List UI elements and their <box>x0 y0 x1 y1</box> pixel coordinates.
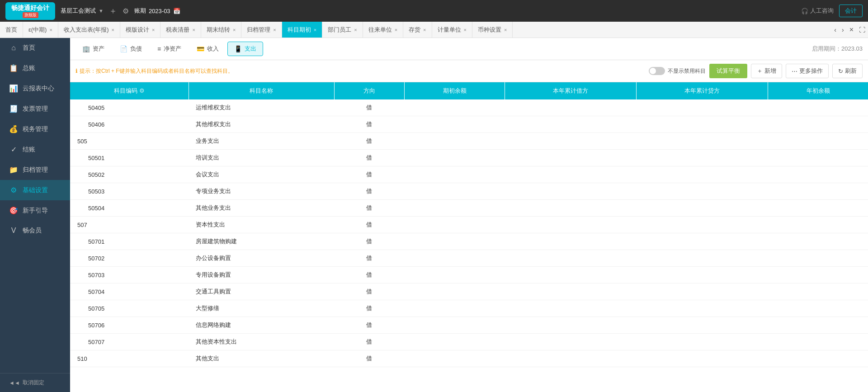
sidebar-item-basic[interactable]: ⚙ 基础设置 <box>0 180 70 200</box>
tab-mid-close[interactable]: × <box>49 27 52 33</box>
table-row[interactable]: 50405 运维维权支出 借 <box>70 99 868 116</box>
tab-archive[interactable]: 归档管理 × <box>241 22 282 38</box>
table-row[interactable]: 50705 大型修缮 借 <box>70 300 868 317</box>
tab-dept-staff[interactable]: 部门员工 × <box>322 22 363 38</box>
column-settings-icon[interactable]: ⚙ <box>139 87 145 94</box>
tab-period-end[interactable]: 期末结转 × <box>201 22 241 38</box>
sidebar-item-archive[interactable]: 📁 归档管理 <box>0 160 70 180</box>
sidebar-item-guide[interactable]: 🎯 新手引导 <box>0 200 70 221</box>
tab-close-all-button[interactable]: × <box>847 22 856 38</box>
tab-unit[interactable]: 计量单位 × <box>432 22 472 38</box>
table-row[interactable]: 50504 其他业务支出 借 <box>70 200 868 217</box>
table-row[interactable]: 50704 交通工具购置 借 <box>70 283 868 300</box>
sidebar-item-ledger[interactable]: 📋 总账 <box>0 58 70 78</box>
table-row[interactable]: 50706 信息网络购建 借 <box>70 317 868 334</box>
table-row[interactable]: 50503 专项业务支出 借 <box>70 183 868 200</box>
tab-mid[interactable]: ε(中期) × <box>23 22 58 38</box>
disable-toggle[interactable] <box>649 67 665 75</box>
sidebar-archive-label: 归档管理 <box>23 166 48 174</box>
tab-expand-button[interactable]: ⛶ <box>856 22 868 38</box>
sidebar-item-member[interactable]: V 畅会员 <box>0 221 70 241</box>
tab-tax[interactable]: 税表清册 × <box>160 22 201 38</box>
cell-opening-balance <box>404 317 505 334</box>
tab-period-end-label: 期末结转 <box>207 26 230 34</box>
add-company-button[interactable]: ＋ <box>109 5 117 16</box>
tab-next-button[interactable]: › <box>839 22 847 38</box>
equity-icon: ≡ <box>157 45 161 52</box>
cell-ytd-debit <box>505 166 637 183</box>
table-row[interactable]: 505 业务支出 借 <box>70 133 868 150</box>
calendar-icon[interactable]: 📅 <box>173 8 180 14</box>
sub-tab-equity[interactable]: ≡ 净资产 <box>151 42 188 56</box>
support-button[interactable]: 🎧 人工咨询 <box>801 7 834 15</box>
tab-period-end-close[interactable]: × <box>233 27 236 33</box>
tab-subject-init[interactable]: 科目期初 × <box>282 22 322 38</box>
cell-code: 50701 <box>70 233 189 250</box>
toggle-label: 不显示禁用科目 <box>668 67 706 75</box>
sub-tab-asset[interactable]: 🏢 资产 <box>75 42 111 56</box>
balance-button[interactable]: 试算平衡 <box>709 64 747 78</box>
tab-home[interactable]: 首页 <box>0 22 23 38</box>
cell-ytd-credit <box>637 200 768 217</box>
cell-opening-balance <box>404 267 505 283</box>
more-button[interactable]: ⋯ 更多操作 <box>786 64 829 78</box>
tab-counterpart[interactable]: 往来单位 × <box>363 22 403 38</box>
cell-name: 会议支出 <box>189 166 334 183</box>
basic-settings-icon: ⚙ <box>9 186 18 194</box>
sidebar-item-home[interactable]: ⌂ 首页 <box>0 38 70 58</box>
cell-name: 办公设备购置 <box>189 250 334 267</box>
tab-inventory-close[interactable]: × <box>423 27 426 33</box>
tab-counterpart-close[interactable]: × <box>395 27 397 33</box>
table-row[interactable]: 507 资本性支出 借 <box>70 217 868 233</box>
tab-currency-close[interactable]: × <box>504 27 507 33</box>
tab-income-report[interactable]: 收入支出表(年报) × <box>58 22 120 38</box>
table-row[interactable]: 510 其他支出 借 <box>70 350 868 367</box>
account-button[interactable]: 会计 <box>839 5 863 17</box>
sidebar-pin-button[interactable]: ◄◄ 取消固定 <box>0 373 70 392</box>
sub-tab-income[interactable]: 💳 收入 <box>190 42 226 56</box>
table-row[interactable]: 50702 办公设备购置 借 <box>70 250 868 267</box>
tab-subject-init-close[interactable]: × <box>314 27 316 33</box>
tab-prev-button[interactable]: ‹ <box>831 22 839 38</box>
cell-opening-balance <box>404 283 505 300</box>
archive-icon: 📁 <box>9 165 18 174</box>
table-row[interactable]: 50703 专用设备购置 借 <box>70 267 868 283</box>
cell-ytd-debit <box>505 233 637 250</box>
table-row[interactable]: 50707 其他资本性支出 借 <box>70 334 868 350</box>
sub-tab-liability[interactable]: 📄 负债 <box>113 42 149 56</box>
col-opening-balance: 期初余额 <box>404 82 505 99</box>
cell-ytd-credit <box>637 217 768 233</box>
cell-ytd-debit <box>505 300 637 317</box>
tab-currency[interactable]: 币种设置 × <box>472 22 513 38</box>
tab-home-label: 首页 <box>5 26 17 34</box>
tab-inventory[interactable]: 存货 × <box>403 22 432 38</box>
tab-template-close[interactable]: × <box>152 27 155 33</box>
sub-tab-expense[interactable]: 📱 支出 <box>227 42 263 56</box>
tab-tax-close[interactable]: × <box>192 27 195 33</box>
sidebar-item-reports[interactable]: 📊 云报表中心 <box>0 78 70 99</box>
tab-template[interactable]: 模版设计 × <box>120 22 160 38</box>
cell-year-opening <box>768 200 868 217</box>
table-row[interactable]: 50501 培训支出 借 <box>70 150 868 166</box>
add-button[interactable]: ＋ 新增 <box>751 64 782 78</box>
cell-code: 50406 <box>70 116 189 133</box>
tab-unit-close[interactable]: × <box>464 27 467 33</box>
company-selector[interactable]: 基层工会测试 ▼ <box>61 7 104 15</box>
cell-opening-balance <box>404 116 505 133</box>
tab-income-report-close[interactable]: × <box>112 27 114 33</box>
sidebar-item-invoice[interactable]: 🧾 发票管理 <box>0 99 70 119</box>
tab-dept-staff-close[interactable]: × <box>354 27 357 33</box>
sidebar-item-tax[interactable]: 💰 税务管理 <box>0 119 70 139</box>
table-row[interactable]: 50502 会议支出 借 <box>70 166 868 183</box>
table-row[interactable]: 50701 房屋建筑物购建 借 <box>70 233 868 250</box>
toolbar-right: 不显示禁用科目 试算平衡 ＋ 新增 ⋯ 更多操作 ↻ 刷新 <box>649 64 863 78</box>
tab-archive-close[interactable]: × <box>273 27 276 33</box>
cell-name: 信息网络购建 <box>189 317 334 334</box>
settings-icon[interactable]: ⚙ <box>123 7 129 15</box>
table-row[interactable]: 50406 其他维权支出 借 <box>70 116 868 133</box>
sidebar-item-settle[interactable]: ✓ 结账 <box>0 139 70 160</box>
tab-income-report-label: 收入支出表(年报) <box>64 26 109 34</box>
cell-name: 房屋建筑物购建 <box>189 233 334 250</box>
refresh-button[interactable]: ↻ 刷新 <box>832 64 863 78</box>
cell-direction: 借 <box>335 200 405 217</box>
